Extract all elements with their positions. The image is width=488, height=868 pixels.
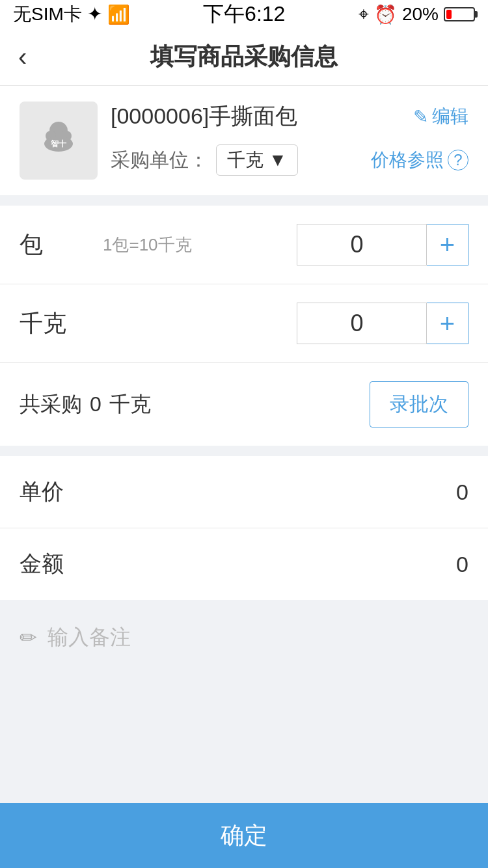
qty-bag-input[interactable] [297, 224, 427, 265]
quantity-row-kg: 千克 + [0, 284, 488, 363]
qty-kg-plus-button[interactable]: + [427, 303, 468, 344]
product-image: 智十 [20, 102, 98, 180]
alarm-icon: ⏰ [374, 4, 397, 25]
amount-row: 金额 0 [0, 528, 488, 600]
price-ref-label: 价格参照 [371, 148, 444, 172]
back-button[interactable]: ‹ [18, 42, 27, 72]
sim-status: 无SIM卡 ✦ [13, 2, 102, 27]
nav-bar: ‹ 填写商品采购信息 [0, 29, 488, 86]
product-unit-row: 采购单位： 千克 ▼ 价格参照 ? [111, 144, 468, 176]
note-placeholder: 输入备注 [47, 623, 131, 652]
quantity-row-bag: 包 1包=10千克 + [0, 206, 488, 284]
amount-label: 金额 [20, 549, 64, 579]
qty-bag-sublabel: 1包=10千克 [103, 234, 192, 256]
dropdown-arrow-icon: ▼ [269, 150, 287, 170]
record-batch-button[interactable]: 录批次 [370, 381, 468, 427]
battery-percent: 20% [402, 4, 439, 25]
status-time: 下午6:12 [203, 0, 285, 29]
status-bar: 无SIM卡 ✦ 📶 下午6:12 ⌖ ⏰ 20% [0, 0, 488, 29]
confirm-footer[interactable]: 确定 [0, 803, 488, 868]
main-content: 智十 [0000006]手撕面包 ✎ 编辑 采购单位： 千克 ▼ [0, 86, 488, 735]
product-info: [0000006]手撕面包 ✎ 编辑 采购单位： 千克 ▼ 价格参照 ? [111, 102, 468, 176]
qty-bag-plus-button[interactable]: + [427, 224, 468, 265]
edit-label: 编辑 [432, 104, 468, 129]
svg-text:智十: 智十 [50, 139, 67, 148]
qty-bag-label: 包 [20, 229, 98, 261]
price-section: 单价 0 金额 0 [0, 456, 488, 605]
unit-price-label: 单价 [20, 477, 64, 507]
qty-kg-input[interactable] [297, 303, 427, 344]
total-label: 共采购 [20, 390, 82, 419]
status-right: ⌖ ⏰ 20% [359, 4, 475, 25]
qty-kg-input-wrap: + [297, 303, 468, 344]
location-icon: ⌖ [359, 4, 369, 25]
unit-price-row: 单价 0 [0, 456, 488, 528]
back-icon: ‹ [18, 42, 27, 72]
quantity-section: 包 1包=10千克 + 千克 + [0, 206, 488, 363]
qty-bag-input-wrap: + [297, 224, 468, 265]
status-left: 无SIM卡 ✦ 📶 [13, 2, 130, 27]
amount-value: 0 [456, 552, 468, 577]
product-header: [0000006]手撕面包 ✎ 编辑 [111, 102, 468, 131]
battery-icon [444, 7, 475, 21]
page-title: 填写商品采购信息 [150, 41, 338, 73]
price-ref-help-icon: ? [448, 150, 468, 170]
product-name: [0000006]手撕面包 [111, 102, 297, 131]
qty-kg-label: 千克 [20, 308, 98, 340]
total-value: 0 [90, 392, 102, 416]
total-unit: 千克 [109, 390, 151, 419]
unit-price-value: 0 [456, 480, 468, 505]
unit-select[interactable]: 千克 ▼ [216, 144, 298, 176]
total-section: 共采购 0 千克 录批次 [0, 363, 488, 451]
unit-value: 千克 [227, 148, 264, 172]
product-card: 智十 [0000006]手撕面包 ✎ 编辑 采购单位： 千克 ▼ [0, 86, 488, 200]
divider-2 [0, 451, 488, 456]
note-section[interactable]: ✏ 输入备注 [0, 605, 488, 670]
wifi-icon: 📶 [107, 4, 130, 25]
note-icon: ✏ [20, 625, 37, 650]
total-row: 共采购 0 千克 录批次 [0, 363, 488, 446]
divider-1 [0, 200, 488, 206]
confirm-button-label: 确定 [221, 820, 267, 852]
price-reference-button[interactable]: 价格参照 ? [371, 148, 468, 172]
unit-label: 采购单位： [111, 147, 208, 174]
edit-button[interactable]: ✎ 编辑 [413, 104, 468, 129]
edit-icon: ✎ [413, 106, 428, 128]
